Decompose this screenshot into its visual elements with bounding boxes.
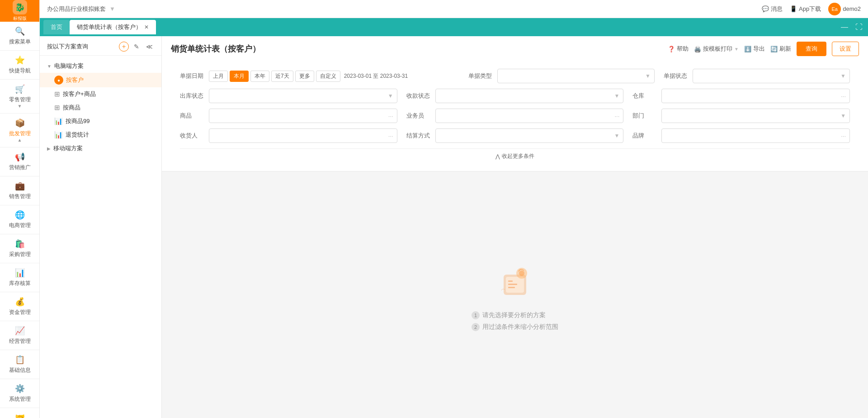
dots-icon: ··· <box>841 93 846 100</box>
sidebar-item-retail-mgmt[interactable]: 🛒 零售管理 ▼ <box>0 80 40 114</box>
right-panel: 销货单统计表（按客户） ❓ 帮助 🖨️ 按模板打印 ▼ ⬇️ <box>162 36 868 418</box>
settlement-select[interactable]: ▼ <box>435 128 624 143</box>
sidebar-item-label: 销售管理 <box>9 193 31 200</box>
filter-item-out-status: 出库状态 ▼ <box>180 89 397 103</box>
order-status-select[interactable]: ▼ <box>693 69 850 83</box>
logo-icon: 🐉 <box>13 0 27 14</box>
filter-item-settlement: 结算方式 ▼ <box>406 128 624 143</box>
collapse-label: 收起更多条件 <box>502 152 534 160</box>
sidebar-item-quick-nav[interactable]: ⭐ 快捷导航 <box>0 51 40 80</box>
page-header: 销货单统计表（按客户） ❓ 帮助 🖨️ 按模板打印 ▼ ⬇️ <box>162 36 868 171</box>
department-label: 部门 <box>632 112 658 120</box>
home-tab-label: 首页 <box>51 23 62 31</box>
sidebar-item-purchase-mgmt[interactable]: 🛍️ 采购管理 <box>0 234 40 263</box>
sidebar-item-wholesale-mgmt[interactable]: 📦 批发管理 ▲ <box>0 114 40 147</box>
sidebar-item-marketing[interactable]: 📢 营销推广 <box>0 147 40 176</box>
more-button[interactable]: 更多 <box>295 71 314 82</box>
tab-minimize-button[interactable]: — <box>839 22 850 33</box>
by-customer-goods-label: 按客户+商品 <box>63 90 96 98</box>
order-type-label: 单据类型 <box>468 72 494 80</box>
tree-node-return-stats[interactable]: 📊 退货统计 <box>40 128 161 142</box>
department-select[interactable]: ▼ <box>661 109 850 123</box>
system-icon: ⚙️ <box>15 384 25 394</box>
refresh-icon: 🔄 <box>770 46 778 52</box>
tree-node-by-goods[interactable]: ⊞ 按商品 <box>40 101 161 114</box>
salesperson-select[interactable]: ··· <box>435 109 624 123</box>
export-icon: ⬇️ <box>744 46 751 52</box>
svg-rect-4 <box>508 287 515 288</box>
by-goods-label: 按商品 <box>63 104 80 112</box>
tip-text-2: 用过滤条件来缩小分析范围 <box>482 323 558 331</box>
message-button[interactable]: 💬 消息 <box>762 5 783 13</box>
warehouse-label: 仓库 <box>632 92 658 100</box>
user-name: demo2 <box>843 5 861 12</box>
tree-section: ▼ 电脑端方案 ● 按客户 ⊞ 按客户+商品 ⊞ 按商品 📊 <box>40 56 161 159</box>
goods-select[interactable]: ··· <box>209 109 397 123</box>
collection-status-label: 收款状态 <box>406 92 432 100</box>
sidebar-item-label: 库存核算 <box>9 280 31 287</box>
mobile-section-label: 移动端方案 <box>53 144 83 152</box>
settlement-label: 结算方式 <box>406 132 432 140</box>
query-button[interactable]: 查询 <box>797 42 826 56</box>
tree-node-by-goods-99[interactable]: 📊 按商品99 <box>40 114 161 128</box>
tree-node-desktop[interactable]: ▼ 电脑端方案 <box>40 59 161 73</box>
custom-button[interactable]: 自定义 <box>316 71 340 82</box>
collection-status-select[interactable]: ▼ <box>435 89 624 103</box>
search-menu-icon: 🔍 <box>15 26 25 36</box>
this-year-button[interactable]: 本年 <box>250 71 269 82</box>
sidebar-item-inventory[interactable]: 📊 库存核算 <box>0 263 40 292</box>
empty-tip-row-1: 1 请先选择要分析的方案 <box>472 311 558 319</box>
tab-maximize-button[interactable]: ⛶ <box>854 22 864 33</box>
sidebar-item-search-menu[interactable]: 🔍 搜索菜单 <box>0 22 40 51</box>
help-button[interactable]: ❓ 帮助 <box>668 45 689 53</box>
app-download-button[interactable]: 📱 App下载 <box>790 5 821 13</box>
sidebar-item-enterprise[interactable]: 🤝 企业协同 <box>0 408 40 418</box>
tab-home[interactable]: 首页 <box>43 20 70 34</box>
sidebar-item-system-mgmt[interactable]: ⚙️ 系统管理 <box>0 379 40 408</box>
chevron-down-icon: ▼ <box>388 93 393 99</box>
filter-item-receiver: 收货人 ··· <box>180 128 397 143</box>
chevron-up-icon: ▲ <box>18 138 22 142</box>
bar-chart-icon: 📊 <box>54 117 63 125</box>
warehouse-select[interactable]: ··· <box>661 89 850 103</box>
print-icon: 🖨️ <box>694 46 701 52</box>
receiver-label: 收货人 <box>180 132 205 140</box>
dots-icon: ··· <box>388 113 393 119</box>
finance-icon: 💰 <box>15 297 25 307</box>
svg-rect-2 <box>508 280 513 282</box>
filter-row-1: 单据日期 上月 本月 本年 近7天 更多 自定义 2023-03-01 至 20… <box>180 69 850 83</box>
main-area: 办公用品行业模拟账套 ▼ 💬 消息 📱 App下载 Ea demo2 首页 <box>40 0 868 418</box>
help-icon: ❓ <box>668 46 675 52</box>
collapse-bar[interactable]: ⋀ 收起更多条件 <box>180 148 850 164</box>
edit-scheme-button[interactable]: ✎ <box>132 42 142 52</box>
tree-node-by-customer[interactable]: ● 按客户 <box>40 73 161 87</box>
export-button[interactable]: ⬇️ 导出 <box>744 45 765 53</box>
template-print-button[interactable]: 🖨️ 按模板打印 ▼ <box>694 45 739 53</box>
this-month-button[interactable]: 本月 <box>230 71 249 82</box>
sidebar-item-operations[interactable]: 📈 经营管理 <box>0 321 40 350</box>
collapse-panel-button[interactable]: ≪ <box>144 42 154 52</box>
order-type-select[interactable]: ▼ <box>497 69 655 83</box>
user-info[interactable]: Ea demo2 <box>828 3 861 15</box>
last-7-button[interactable]: 近7天 <box>271 71 293 82</box>
receiver-select[interactable]: ··· <box>209 128 397 143</box>
refresh-button[interactable]: 🔄 刷新 <box>770 45 791 53</box>
out-status-select[interactable]: ▼ <box>209 89 397 103</box>
brand-select[interactable]: ··· <box>661 128 850 143</box>
sidebar-item-sales-mgmt[interactable]: 💼 销售管理 <box>0 176 40 205</box>
tab-sales-stat[interactable]: 销货单统计表（按客户） ✕ <box>70 20 156 34</box>
sidebar-item-finance[interactable]: 💰 资金管理 <box>0 292 40 321</box>
page-title: 销货单统计表（按客户） <box>171 43 260 54</box>
app-logo[interactable]: 🐉 标报版 <box>0 0 40 22</box>
left-panel: 按以下方案查询 ＋ ✎ ≪ ▼ 电脑端方案 ● 按客户 <box>40 36 162 418</box>
close-icon[interactable]: ✕ <box>144 24 149 30</box>
add-scheme-button[interactable]: ＋ <box>119 42 129 52</box>
sidebar-item-basic-info[interactable]: 📋 基础信息 <box>0 350 40 379</box>
last-month-button[interactable]: 上月 <box>209 71 228 82</box>
settings-button[interactable]: 设置 <box>832 42 859 56</box>
tree-node-by-customer-goods[interactable]: ⊞ 按客户+商品 <box>40 87 161 101</box>
sidebar-item-label: 资金管理 <box>9 309 31 316</box>
tree-node-mobile[interactable]: ▶ 移动端方案 <box>40 142 161 155</box>
empty-state: 1 请先选择要分析的方案 2 用过滤条件来缩小分析范围 <box>162 171 868 418</box>
sidebar-item-ecom-mgmt[interactable]: 🌐 电商管理 <box>0 205 40 234</box>
